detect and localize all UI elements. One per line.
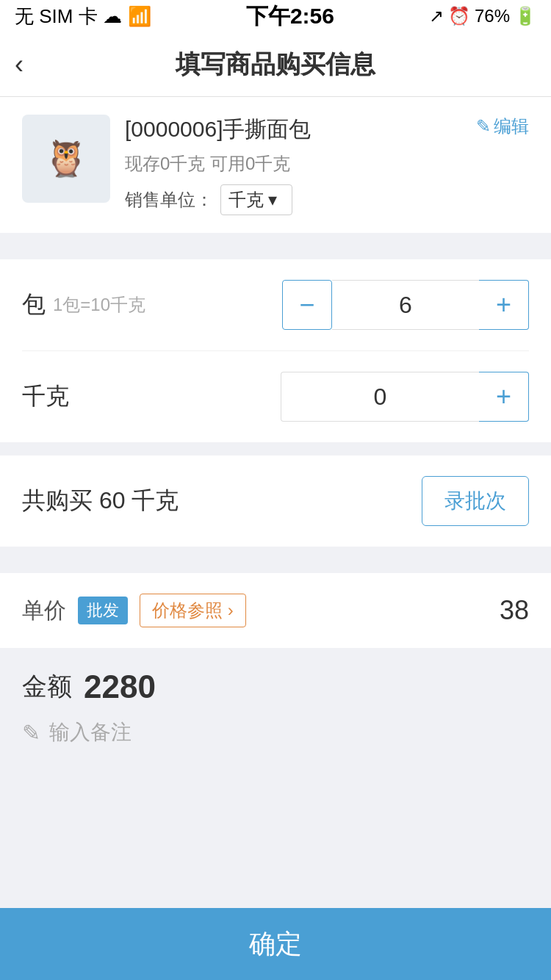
wifi-icon: 📶 [128, 5, 151, 28]
edit-icon: ✎ [476, 116, 491, 137]
dropdown-arrow-icon: ▾ [268, 190, 277, 210]
product-image: 🦉 [22, 115, 110, 203]
amount-value: 2280 [84, 669, 156, 705]
amount-label: 金额 [22, 670, 72, 704]
price-value: 38 [500, 595, 529, 626]
bao-sublabel: 1包=10千克 [53, 293, 145, 317]
batch-button[interactable]: 录批次 [422, 476, 529, 526]
bao-input-row: 包 1包=10千克 − + [22, 259, 529, 351]
bao-quantity-input[interactable] [332, 280, 479, 330]
total-row: 共购买 60 千克 录批次 [0, 455, 551, 547]
product-info: [0000006]手撕面包 ✎ 编辑 现存0千克 可用0千克 销售单位： 千克 … [125, 115, 529, 215]
bao-input-controls: − + [282, 280, 529, 330]
edit-button[interactable]: ✎ 编辑 [476, 115, 529, 138]
sim-status: 无 SIM 卡 ☁ [15, 4, 122, 29]
kg-input-controls: + [281, 372, 529, 422]
product-card: 🦉 [0000006]手撕面包 ✎ 编辑 现存0千克 可用0千克 销售单位： 千… [0, 97, 551, 233]
status-left: 无 SIM 卡 ☁ 📶 [15, 4, 151, 29]
price-section: 单价 批发 价格参照 › 38 [0, 573, 551, 648]
status-bar: 无 SIM 卡 ☁ 📶 下午2:56 ↗ ⏰ 76% 🔋 [0, 0, 551, 32]
kg-input-row: 千克 + [22, 351, 529, 442]
product-header: [0000006]手撕面包 ✎ 编辑 [125, 115, 529, 145]
unit-select[interactable]: 千克 ▾ [220, 184, 292, 215]
bao-plus-button[interactable]: + [479, 280, 529, 330]
product-stock: 现存0千克 可用0千克 [125, 152, 529, 176]
amount-section: 金额 2280 ✎ 输入备注 [0, 648, 551, 837]
confirm-button[interactable]: 确定 [0, 908, 551, 980]
unit-label: 销售单位： [125, 188, 213, 212]
unit-value: 千克 [228, 188, 264, 212]
kg-label: 千克 [22, 381, 69, 413]
status-right: ↗ ⏰ 76% 🔋 [429, 6, 536, 26]
status-time: 下午2:56 [246, 1, 334, 32]
confirm-label: 确定 [249, 926, 302, 962]
remark-row[interactable]: ✎ 输入备注 [22, 718, 529, 746]
price-type-tag: 批发 [78, 597, 128, 624]
total-value: 60 [99, 487, 126, 514]
product-name: [0000006]手撕面包 [125, 115, 476, 145]
kg-plus-button[interactable]: + [479, 372, 529, 422]
bao-label: 包 [22, 289, 46, 321]
divider-1 [0, 246, 551, 259]
price-reference-button[interactable]: 价格参照 › [140, 594, 246, 627]
page-title: 填写商品购买信息 [176, 48, 375, 82]
back-button[interactable]: ‹ [15, 49, 24, 80]
product-unit-row: 销售单位： 千克 ▾ [125, 184, 529, 215]
remark-text: 输入备注 [49, 718, 132, 746]
battery-level: 76% [475, 6, 510, 26]
nav-bar: ‹ 填写商品购买信息 [0, 32, 551, 97]
amount-row: 金额 2280 [22, 669, 529, 705]
price-label: 单价 [22, 596, 66, 626]
product-image-icon: 🦉 [44, 138, 88, 179]
bao-minus-button[interactable]: − [282, 280, 332, 330]
price-row: 单价 批发 价格参照 › 38 [22, 594, 529, 627]
kg-quantity-input[interactable] [281, 372, 479, 422]
remark-icon: ✎ [22, 720, 40, 746]
battery-icon: 🔋 [514, 6, 536, 26]
input-section: 包 1包=10千克 − + 千克 + [0, 259, 551, 442]
price-ref-label: 价格参照 › [152, 599, 234, 622]
alarm-icon: ⏰ [448, 6, 470, 26]
total-text: 共购买 60 千克 [22, 485, 179, 517]
location-icon: ↗ [429, 6, 444, 26]
divider-2 [0, 547, 551, 560]
